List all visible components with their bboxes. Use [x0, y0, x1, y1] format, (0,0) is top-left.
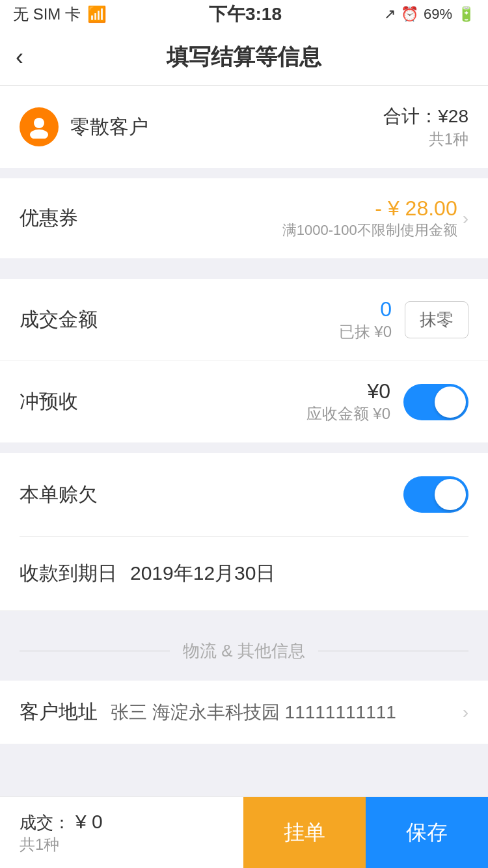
- coupon-desc: 满1000-100不限制使用金额: [282, 221, 457, 240]
- address-row[interactable]: 客户地址 张三 海淀永丰科技园 11111111111 ›: [0, 681, 488, 744]
- form-card: 成交金额 0 已抹 ¥0 抹零 冲预收 ¥0 应收金额 ¥0: [0, 279, 488, 442]
- svg-point-0: [34, 118, 44, 128]
- section-sep-2: [0, 442, 488, 453]
- advance-sub: 应收金额 ¥0: [306, 403, 390, 424]
- advance-label: 冲预收: [20, 388, 78, 415]
- status-time: 下午3:18: [209, 2, 282, 27]
- customer-row: 零散客户 合计：¥28 共1种: [0, 86, 488, 168]
- due-date-value: 2019年12月30日: [130, 560, 275, 587]
- logistics-line-left: [20, 651, 170, 651]
- debit-card: 本单赊欠: [0, 453, 488, 537]
- round-button[interactable]: 抹零: [405, 301, 468, 338]
- customer-right: 合计：¥28 共1种: [383, 104, 468, 150]
- advance-right: ¥0 应收金额 ¥0: [306, 379, 468, 424]
- chevron-address-icon: ›: [463, 702, 468, 723]
- coupon-card[interactable]: 优惠券 - ¥ 28.00 满1000-100不限制使用金额 ›: [0, 178, 488, 258]
- transaction-value[interactable]: 0: [339, 297, 392, 321]
- transaction-label: 成交金额: [20, 306, 98, 333]
- nav-bar: ‹ 填写结算等信息: [0, 29, 488, 86]
- debit-toggle[interactable]: [403, 476, 468, 513]
- coupon-amount: - ¥ 28.00: [282, 197, 457, 221]
- coupon-row[interactable]: 优惠券 - ¥ 28.00 满1000-100不限制使用金额 ›: [0, 178, 488, 258]
- customer-name: 零散客户: [70, 114, 148, 141]
- bottom-bar: 成交： ¥ 0 共1种 挂单 保存: [0, 796, 488, 868]
- status-right: ↗ ⏰ 69% 🔋: [384, 6, 475, 23]
- section-sep-3: [0, 611, 488, 621]
- status-bar: 无 SIM 卡 📶 下午3:18 ↗ ⏰ 69% 🔋: [0, 0, 488, 29]
- bottom-info: 成交： ¥ 0 共1种: [0, 797, 243, 868]
- transaction-right: 0 已抹 ¥0 抹零: [339, 297, 468, 342]
- bottom-amount: ¥ 0: [75, 811, 103, 833]
- status-left: 无 SIM 卡 📶: [13, 4, 107, 25]
- avatar: [20, 107, 59, 146]
- logistics-text: 物流 & 其他信息: [170, 640, 318, 662]
- section-sep-1: [0, 269, 488, 279]
- logistics-line-right: [318, 651, 468, 651]
- logistics-header: 物流 & 其他信息: [0, 621, 488, 681]
- alarm-icon: ⏰: [401, 6, 418, 23]
- transaction-row: 成交金额 0 已抹 ¥0 抹零: [0, 279, 488, 361]
- customer-card: 零散客户 合计：¥28 共1种: [0, 86, 488, 168]
- address-value: 张三 海淀永丰科技园 11111111111: [111, 700, 463, 725]
- transaction-sub: 已抹 ¥0: [339, 321, 392, 342]
- pending-button[interactable]: 挂单: [243, 797, 366, 868]
- battery-text: 69%: [424, 6, 452, 23]
- back-button[interactable]: ‹: [16, 44, 23, 71]
- coupon-right-inner: - ¥ 28.00 满1000-100不限制使用金额: [282, 197, 457, 240]
- transaction-right-col: 0 已抹 ¥0: [339, 297, 392, 342]
- page-title: 填写结算等信息: [167, 42, 321, 72]
- battery-icon: 🔋: [457, 6, 475, 23]
- save-button[interactable]: 保存: [366, 797, 488, 868]
- bottom-transaction-label: 成交：: [20, 811, 70, 834]
- due-row: 收款到期日 2019年12月30日: [0, 537, 488, 611]
- content: 零散客户 合计：¥28 共1种 优惠券 - ¥ 28.00 满1000-100不…: [0, 86, 488, 868]
- debit-label: 本单赊欠: [20, 481, 98, 508]
- wifi-icon: 📶: [87, 5, 107, 23]
- debit-row: 本单赊欠: [20, 453, 468, 537]
- customer-count: 共1种: [383, 129, 468, 150]
- address-label: 客户地址: [20, 699, 98, 726]
- advance-value: ¥0: [306, 379, 390, 403]
- advance-toggle[interactable]: [403, 384, 468, 420]
- chevron-right-icon: ›: [463, 208, 468, 229]
- advance-row: 冲预收 ¥0 应收金额 ¥0: [0, 361, 488, 442]
- due-date-label: 收款到期日: [20, 560, 117, 587]
- carrier-text: 无 SIM 卡: [13, 4, 81, 25]
- svg-point-1: [30, 129, 48, 139]
- coupon-right: - ¥ 28.00 满1000-100不限制使用金额 ›: [282, 197, 468, 240]
- advance-right-col: ¥0 应收金额 ¥0: [306, 379, 390, 424]
- location-icon: ↗: [384, 6, 396, 23]
- customer-left: 零散客户: [20, 107, 148, 146]
- coupon-label: 优惠券: [20, 205, 78, 232]
- bottom-count: 共1种: [20, 834, 243, 855]
- customer-total: 合计：¥28: [383, 104, 468, 129]
